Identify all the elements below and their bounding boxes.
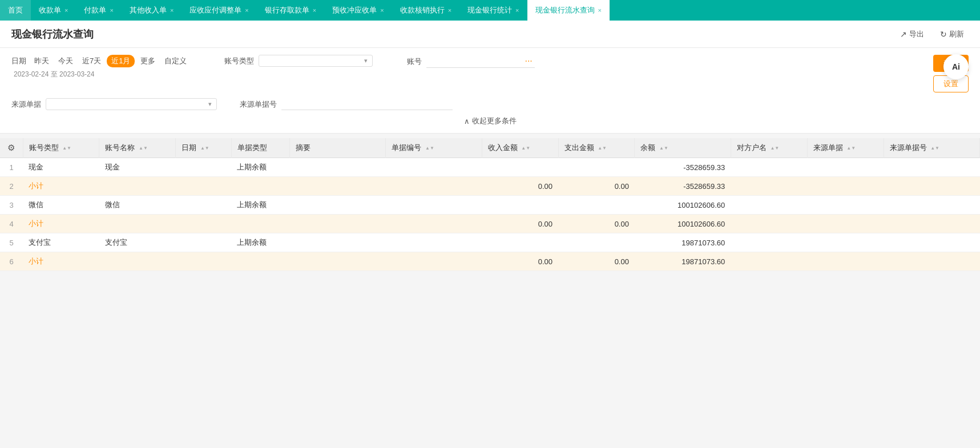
cell-expense xyxy=(558,158,635,177)
cell-expense: 0.00 xyxy=(558,177,635,196)
cell-income: 0.00 xyxy=(482,177,558,196)
table-row[interactable]: 3 微信 微信 上期余额 100102606.60 xyxy=(0,196,980,215)
nav-item-bank-flow[interactable]: 现金银行流水查询 × xyxy=(527,0,610,21)
cell-date xyxy=(176,158,231,177)
cell-doc-type xyxy=(231,252,289,271)
gear-icon[interactable]: ⚙ xyxy=(7,143,15,152)
table-row[interactable]: 6 小计 0.00 0.00 19871073.60 xyxy=(0,252,980,271)
sort-icon: ▲▼ xyxy=(425,146,434,151)
cell-doc-type xyxy=(231,215,289,233)
col-expense[interactable]: 支出金额 ▲▼ xyxy=(558,138,635,158)
cell-doc-no xyxy=(386,196,482,215)
cell-source-doc-no xyxy=(884,252,979,271)
cell-doc-no xyxy=(386,177,482,196)
source-doc-no-input[interactable] xyxy=(281,100,453,108)
nav-item-prepaid[interactable]: 预收冲应收单 × xyxy=(324,0,392,21)
table-row[interactable]: 2 小计 0.00 0.00 -3528659.33 xyxy=(0,177,980,196)
cell-source-doc xyxy=(807,177,884,196)
nav-item-receipt[interactable]: 收款单 × xyxy=(31,0,76,21)
table-row[interactable]: 5 支付宝 支付宝 上期余额 19871073.60 xyxy=(0,233,980,252)
cell-summary xyxy=(290,215,386,233)
col-income[interactable]: 收入金额 ▲▼ xyxy=(482,138,558,158)
close-icon[interactable]: × xyxy=(245,0,248,21)
cell-account-type: 小计 xyxy=(23,215,99,233)
date-filter-label: 日期 xyxy=(11,56,26,66)
cell-source-doc-no xyxy=(884,158,979,177)
close-icon[interactable]: × xyxy=(448,0,451,21)
col-summary[interactable]: 摘要 xyxy=(290,138,386,158)
nav-item-home[interactable]: 首页 xyxy=(0,0,31,21)
refresh-button[interactable]: ↻ 刷新 xyxy=(935,27,969,42)
sort-icon: ▲▼ xyxy=(770,146,779,151)
page-header: 现金银行流水查询 ↗ 导出 ↻ 刷新 xyxy=(0,21,980,48)
col-date[interactable]: 日期 ▲▼ xyxy=(176,138,231,158)
row-number: 5 xyxy=(0,233,23,252)
source-doc-label: 来源单据 xyxy=(11,99,41,110)
cell-doc-no xyxy=(386,158,482,177)
table-header-row: ⚙ 账号类型 ▲▼ 账号名称 ▲▼ 日期 ▲▼ 单据类型 摘 xyxy=(0,138,980,158)
nav-item-bank-stats[interactable]: 现金银行统计 × xyxy=(459,0,527,21)
account-type-select[interactable]: ▾ xyxy=(259,55,373,67)
date-opt-1month[interactable]: 近1月 xyxy=(107,55,135,67)
date-opt-today[interactable]: 今天 xyxy=(55,55,76,67)
table-row[interactable]: 4 小计 0.00 0.00 100102606.60 xyxy=(0,215,980,233)
sort-icon: ▲▼ xyxy=(200,146,209,151)
col-balance[interactable]: 余额 ▲▼ xyxy=(635,138,731,158)
chevron-down-icon: ▾ xyxy=(208,100,212,108)
col-counterpart[interactable]: 对方户名 ▲▼ xyxy=(731,138,807,158)
cell-summary xyxy=(290,177,386,196)
cell-doc-type: 上期余额 xyxy=(231,196,289,215)
sort-icon: ▲▼ xyxy=(139,146,148,151)
cell-account-type: 小计 xyxy=(23,177,99,196)
account-label: 账号 xyxy=(407,56,422,67)
col-account-type[interactable]: 账号类型 ▲▼ xyxy=(23,138,99,158)
cell-counterpart xyxy=(731,215,807,233)
nav-item-adjustment[interactable]: 应收应付调整单 × xyxy=(182,0,256,21)
close-icon[interactable]: × xyxy=(380,0,384,21)
nav-item-bank-deposit[interactable]: 银行存取款单 × xyxy=(257,0,324,21)
source-doc-select[interactable]: ▾ xyxy=(46,98,217,110)
date-opt-more[interactable]: 更多 xyxy=(137,55,159,67)
close-icon[interactable]: × xyxy=(598,0,602,21)
date-range-display: 2023-02-24 至 2023-03-24 xyxy=(14,70,94,78)
cell-summary xyxy=(290,158,386,177)
col-source-doc[interactable]: 来源单据 ▲▼ xyxy=(807,138,884,158)
cell-balance: 19871073.60 xyxy=(635,233,731,252)
ai-badge[interactable]: Ai xyxy=(943,54,969,79)
cell-date xyxy=(176,215,231,233)
account-more-icon[interactable]: ··· xyxy=(522,56,534,66)
date-opt-yesterday[interactable]: 昨天 xyxy=(31,55,53,67)
cell-account-type: 现金 xyxy=(23,158,99,177)
account-input[interactable] xyxy=(426,57,522,66)
cell-account-name: 微信 xyxy=(99,196,176,215)
cell-source-doc xyxy=(807,196,884,215)
col-doc-type[interactable]: 单据类型 xyxy=(231,138,289,158)
table-row[interactable]: 1 现金 现金 上期余额 -3528659.33 xyxy=(0,158,980,177)
close-icon[interactable]: × xyxy=(170,0,174,21)
cell-source-doc xyxy=(807,252,884,271)
cell-doc-no xyxy=(386,215,482,233)
cell-account-type: 小计 xyxy=(23,252,99,271)
cell-source-doc-no xyxy=(884,215,979,233)
sort-icon: ▲▼ xyxy=(659,146,668,151)
cell-expense: 0.00 xyxy=(558,215,635,233)
nav-item-payment[interactable]: 付款单 × xyxy=(76,0,121,21)
export-button[interactable]: ↗ 导出 xyxy=(896,27,929,42)
nav-item-collection[interactable]: 收款核销执行 × xyxy=(392,0,459,21)
col-account-name[interactable]: 账号名称 ▲▼ xyxy=(99,138,176,158)
cell-source-doc-no xyxy=(884,196,979,215)
close-icon[interactable]: × xyxy=(515,0,519,21)
cell-summary xyxy=(290,233,386,252)
collapse-conditions-button[interactable]: ∧ 收起更多条件 xyxy=(11,114,969,128)
col-source-doc-no[interactable]: 来源单据号 ▲▼ xyxy=(884,138,979,158)
date-opt-custom[interactable]: 自定义 xyxy=(161,55,190,67)
close-icon[interactable]: × xyxy=(313,0,316,21)
cell-counterpart xyxy=(731,233,807,252)
col-doc-no[interactable]: 单据编号 ▲▼ xyxy=(386,138,482,158)
nav-item-other-income[interactable]: 其他收入单 × xyxy=(122,0,182,21)
close-icon[interactable]: × xyxy=(64,0,68,21)
cell-account-name xyxy=(99,177,176,196)
date-opt-7days[interactable]: 近7天 xyxy=(79,55,104,67)
col-gear[interactable]: ⚙ xyxy=(0,138,23,158)
close-icon[interactable]: × xyxy=(110,0,113,21)
